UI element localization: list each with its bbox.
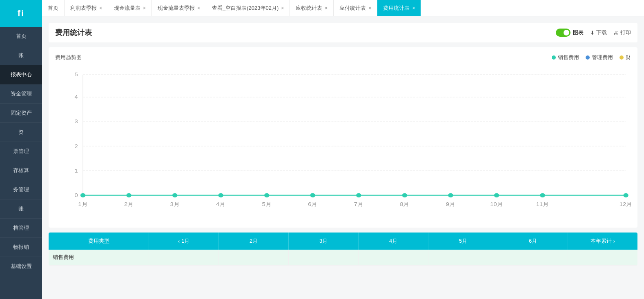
svg-text:1月: 1月: [78, 202, 87, 207]
legend-sales: 销售费用: [552, 54, 579, 61]
sidebar-item-reports[interactable]: 报表中心: [0, 65, 42, 84]
content-area: 费用统计表 图表 ⬇ 下载 🖨 打印 费用趋势图: [42, 16, 644, 299]
svg-point-21: [448, 193, 453, 197]
svg-text:8月: 8月: [400, 202, 409, 207]
print-icon: 🖨: [613, 30, 619, 36]
legend-dot-finance: [619, 55, 624, 60]
sidebar-item-sub-ledger[interactable]: 账: [0, 199, 42, 219]
sidebar-item-invoice[interactable]: 票管理: [0, 142, 42, 161]
close-icon[interactable]: ×: [143, 5, 146, 11]
prev-arrow[interactable]: ‹: [178, 238, 180, 244]
svg-point-15: [172, 193, 177, 197]
chart-toggle-wrap[interactable]: 图表: [556, 29, 584, 37]
td-sales-ytd: [568, 250, 637, 265]
sidebar-item-cashier[interactable]: 资金管理: [0, 84, 42, 104]
legend-dot-admin: [586, 55, 590, 60]
chart-section: 费用趋势图 销售费用 管理费用 财: [49, 47, 637, 228]
svg-point-24: [623, 193, 628, 197]
th-6: 6月: [498, 233, 568, 250]
tab-bar: 首页 利润表季报 × 现金流量表 × 现金流量表季报 × 查看_空白报表(202…: [42, 0, 644, 16]
th-ytd: 本年累计 ›: [568, 233, 637, 250]
svg-text:5: 5: [74, 72, 78, 78]
download-icon: ⬇: [590, 30, 595, 36]
sidebar-item-service[interactable]: 务管理: [0, 180, 42, 199]
th-4: 4月: [359, 233, 428, 250]
legend-label-finance: 财: [626, 54, 631, 61]
svg-text:7月: 7月: [354, 202, 363, 207]
svg-text:11月: 11月: [536, 202, 549, 207]
td-sales-jan: [149, 250, 219, 265]
td-sales-jun: [498, 250, 568, 265]
svg-text:4: 4: [74, 94, 78, 100]
svg-point-18: [310, 193, 315, 197]
main-area: 首页 利润表季报 × 现金流量表 × 现金流量表季报 × 查看_空白报表(202…: [42, 0, 644, 299]
legend-label-sales: 销售费用: [558, 54, 579, 61]
td-sales-may: [428, 250, 498, 265]
tab-receivable[interactable]: 应收统计表 ×: [290, 0, 334, 16]
close-icon[interactable]: ×: [412, 5, 415, 11]
svg-point-16: [218, 193, 223, 197]
close-icon[interactable]: ×: [197, 5, 200, 11]
page-header: 费用统计表 图表 ⬇ 下载 🖨 打印: [49, 23, 637, 42]
close-icon[interactable]: ×: [99, 5, 102, 11]
td-sales-mar: [289, 250, 359, 265]
svg-text:9月: 9月: [446, 202, 455, 207]
svg-point-20: [402, 193, 407, 197]
th-expense-type: 费用类型: [49, 233, 149, 250]
svg-text:10月: 10月: [490, 202, 503, 207]
page-title: 费用统计表: [55, 28, 92, 38]
tab-payable[interactable]: 应付统计表 ×: [334, 0, 377, 16]
svg-point-19: [356, 193, 361, 197]
download-label: 下载: [596, 29, 607, 36]
chart-toggle-label: 图表: [573, 29, 584, 36]
table-row-sales: 销售费用: [49, 250, 637, 266]
svg-text:4月: 4月: [216, 202, 225, 207]
svg-text:12月: 12月: [619, 202, 631, 207]
svg-text:5月: 5月: [262, 202, 272, 207]
line-chart-svg: 0 1 2 3 4 5: [55, 66, 631, 221]
svg-point-14: [126, 193, 131, 197]
sidebar-item-inventory[interactable]: 存核算: [0, 161, 42, 180]
svg-point-13: [80, 193, 85, 197]
close-icon[interactable]: ×: [325, 5, 328, 11]
tab-profit-quarter[interactable]: 利润表季报 ×: [65, 0, 108, 16]
svg-text:1: 1: [74, 168, 78, 174]
chart-header: 费用趋势图 销售费用 管理费用 财: [55, 54, 631, 61]
td-sales-apr: [359, 250, 428, 265]
sidebar-item-home[interactable]: 首页: [0, 27, 42, 46]
th-1: ‹ 1月: [149, 233, 219, 250]
sidebar-item-salary[interactable]: 资: [0, 123, 42, 142]
close-icon[interactable]: ×: [368, 5, 371, 11]
print-button[interactable]: 🖨 打印: [613, 29, 631, 36]
header-actions: 图表 ⬇ 下载 🖨 打印: [556, 29, 631, 37]
td-type-sales: 销售费用: [49, 250, 149, 265]
svg-text:6月: 6月: [308, 202, 317, 207]
tab-home[interactable]: 首页: [42, 0, 65, 16]
tab-blank-report[interactable]: 查看_空白报表(2023年02月) ×: [206, 0, 290, 16]
tab-cash-flow[interactable]: 现金流量表 ×: [108, 0, 152, 16]
svg-text:2: 2: [74, 144, 78, 149]
table-header-row: 费用类型 ‹ 1月 2月 3月 4月 5月 6月 本年累计 ›: [49, 233, 637, 250]
sidebar-item-settings[interactable]: 基础设置: [0, 257, 42, 276]
next-arrow[interactable]: ›: [613, 238, 615, 244]
th-3: 3月: [289, 233, 359, 250]
chart-container: 0 1 2 3 4 5: [55, 66, 631, 221]
sidebar-item-cancel[interactable]: 畅报销: [0, 238, 42, 257]
download-button[interactable]: ⬇ 下载: [590, 29, 607, 36]
sidebar-item-file[interactable]: 档管理: [0, 219, 42, 238]
tab-expense[interactable]: 费用统计表 ×: [377, 0, 421, 16]
chart-toggle[interactable]: [556, 29, 570, 37]
close-icon[interactable]: ×: [281, 5, 284, 11]
sidebar: fi 首页 账 报表中心 资金管理 固定资产 资 票管理 存核算 务管理 账 档…: [0, 0, 42, 299]
legend-label-admin: 管理费用: [592, 54, 613, 61]
table-section: 费用类型 ‹ 1月 2月 3月 4月 5月 6月 本年累计 › 销售费用: [49, 233, 637, 266]
sidebar-item-fixed-assets[interactable]: 固定资产: [0, 104, 42, 123]
sidebar-item-ledger[interactable]: 账: [0, 46, 42, 65]
tab-cash-flow-quarter[interactable]: 现金流量表季报 ×: [152, 0, 206, 16]
svg-point-22: [494, 193, 499, 197]
svg-text:3月: 3月: [170, 202, 179, 207]
chart-legend: 销售费用 管理费用 财: [552, 54, 631, 61]
print-label: 打印: [620, 29, 631, 36]
th-5: 5月: [428, 233, 498, 250]
legend-admin: 管理费用: [586, 54, 613, 61]
